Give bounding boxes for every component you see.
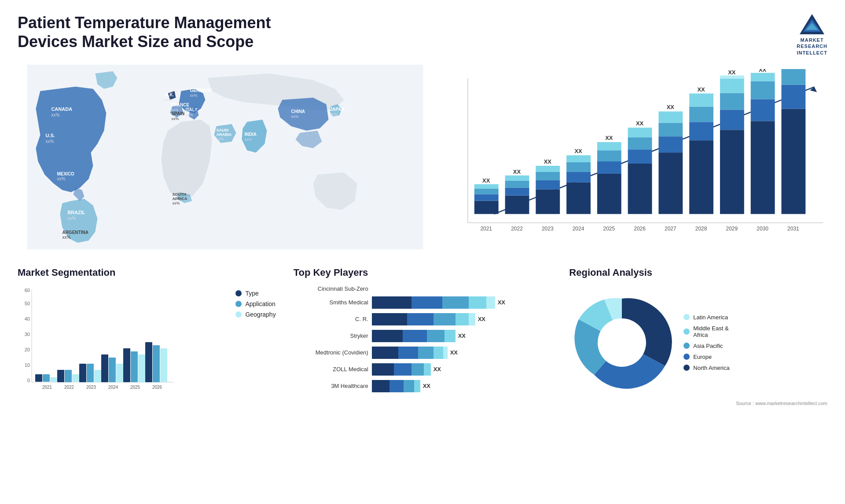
source-text: Source : www.marketresearchintellect.com (569, 401, 827, 406)
svg-rect-55 (536, 166, 560, 172)
player-row-3m: 3M Healthcare XX (294, 380, 552, 392)
seg-chart-outer: 0 10 20 30 40 50 60 2021 (18, 285, 227, 393)
player-row-zoll: ZOLL Medical XX (294, 363, 552, 376)
cr-bar (372, 313, 475, 325)
svg-text:2030: 2030 (757, 226, 768, 232)
seg-bar-chart-svg: 0 10 20 30 40 50 60 2021 (18, 285, 176, 391)
bar-chart-area: XX 2021 XX 2022 XX 2023 (450, 65, 827, 254)
svg-rect-84 (689, 106, 713, 122)
svg-rect-58 (566, 183, 591, 214)
growth-bar-chart: XX 2021 XX 2022 XX 2023 (450, 69, 827, 254)
svg-text:FRANCE: FRANCE (171, 102, 189, 107)
player-row-smiths: Smiths Medical XX (294, 296, 552, 309)
svg-text:xx%: xx% (171, 117, 179, 121)
svg-text:CHINA: CHINA (291, 109, 305, 114)
legend-geography: Geography (235, 311, 276, 318)
top-section: CANADA xx% U.S. xx% MEXICO xx% BRAZIL xx… (18, 65, 827, 254)
player-name-3m: 3M Healthcare (294, 383, 368, 389)
segmentation-legend: Type Application Geography (235, 290, 276, 318)
players-area: Top Key Players Cincinnati Sub-Zero Smit… (294, 267, 552, 406)
player-row-cincinnati: Cincinnati Sub-Zero (294, 285, 552, 292)
svg-rect-96 (751, 99, 775, 121)
svg-text:XX: XX (759, 69, 767, 73)
zoll-bar (372, 363, 431, 376)
segmentation-area: Market Segmentation 0 10 20 30 40 50 60 (18, 267, 276, 406)
player-bar-cr: XX (372, 313, 552, 325)
map-area: CANADA xx% U.S. xx% MEXICO xx% BRAZIL xx… (18, 65, 433, 254)
svg-text:XX: XX (728, 69, 736, 76)
svg-text:XX: XX (482, 177, 490, 184)
svg-rect-121 (72, 374, 79, 382)
svg-rect-60 (566, 162, 591, 172)
svg-text:2025: 2025 (603, 226, 615, 232)
svg-text:xx%: xx% (164, 98, 172, 102)
donut-container: Latin America Middle East &Africa Asia P… (569, 290, 827, 395)
svg-text:U.S.: U.S. (45, 133, 55, 138)
svg-rect-43 (474, 184, 499, 189)
svg-text:2028: 2028 (695, 226, 707, 232)
svg-text:SPAIN: SPAIN (171, 111, 184, 116)
regional-dot-mea (683, 329, 690, 335)
regional-legend: Latin America Middle East &Africa Asia P… (683, 314, 729, 371)
svg-point-139 (598, 318, 646, 367)
svg-text:GERMANY: GERMANY (190, 88, 212, 93)
svg-rect-89 (720, 110, 744, 130)
svg-text:xx%: xx% (67, 216, 76, 221)
segmentation-inner: 0 10 20 30 40 50 60 2021 (18, 285, 276, 393)
regional-dot-europe (683, 354, 690, 360)
regional-title: Regional Analysis (569, 267, 827, 278)
svg-text:xx%: xx% (57, 176, 65, 181)
svg-text:xx%: xx% (45, 139, 54, 144)
svg-rect-53 (536, 180, 560, 190)
svg-text:xx%: xx% (216, 137, 224, 141)
svg-rect-65 (597, 161, 621, 174)
svg-rect-47 (505, 188, 529, 196)
svg-rect-59 (566, 172, 591, 183)
svg-rect-78 (658, 123, 683, 136)
svg-text:MEXICO: MEXICO (57, 172, 74, 176)
svg-rect-127 (101, 354, 108, 382)
svg-rect-91 (720, 79, 744, 93)
donut-chart-svg (569, 290, 675, 395)
regional-dot-apac (683, 343, 690, 349)
svg-rect-101 (781, 109, 805, 214)
svg-rect-132 (131, 351, 138, 382)
regional-label-europe: Europe (693, 354, 712, 360)
svg-rect-49 (505, 175, 529, 181)
svg-rect-128 (109, 358, 116, 382)
svg-text:JAPAN: JAPAN (330, 107, 344, 112)
bottom-section: Market Segmentation 0 10 20 30 40 50 60 (18, 267, 827, 406)
legend-dot-application (235, 301, 242, 307)
player-name-zoll: ZOLL Medical (294, 366, 368, 373)
svg-rect-41 (474, 194, 499, 201)
svg-rect-137 (160, 348, 167, 382)
regional-label-apac: Asia Pacific (693, 343, 723, 349)
svg-text:XX: XX (513, 168, 521, 175)
svg-text:2027: 2027 (665, 226, 676, 232)
svg-rect-116 (43, 374, 50, 382)
svg-rect-95 (751, 121, 775, 214)
svg-rect-76 (658, 153, 683, 214)
svg-text:XX: XX (544, 158, 551, 165)
svg-rect-77 (658, 136, 683, 153)
player-row-cr: C. R. XX (294, 313, 552, 325)
svg-rect-52 (536, 190, 560, 214)
legend-application: Application (235, 300, 276, 307)
legend-label-application: Application (245, 300, 276, 307)
svg-text:2024: 2024 (108, 385, 118, 390)
svg-rect-46 (505, 196, 529, 214)
player-name-cincinnati: Cincinnati Sub-Zero (294, 285, 368, 292)
svg-rect-73 (628, 128, 652, 137)
svg-text:XX: XX (605, 135, 613, 141)
player-bar-smiths: XX (372, 296, 552, 309)
svg-rect-131 (123, 348, 130, 382)
player-row-medtronic: Medtronic (Covidien) XX (294, 347, 552, 359)
svg-text:xx%: xx% (190, 93, 197, 98)
regional-item-na: North America (683, 365, 729, 371)
svg-text:30: 30 (25, 332, 30, 337)
svg-text:50: 50 (25, 301, 30, 306)
svg-rect-79 (658, 111, 683, 123)
regional-item-europe: Europe (683, 354, 729, 360)
svg-text:2031: 2031 (787, 226, 799, 232)
svg-rect-125 (94, 370, 101, 382)
